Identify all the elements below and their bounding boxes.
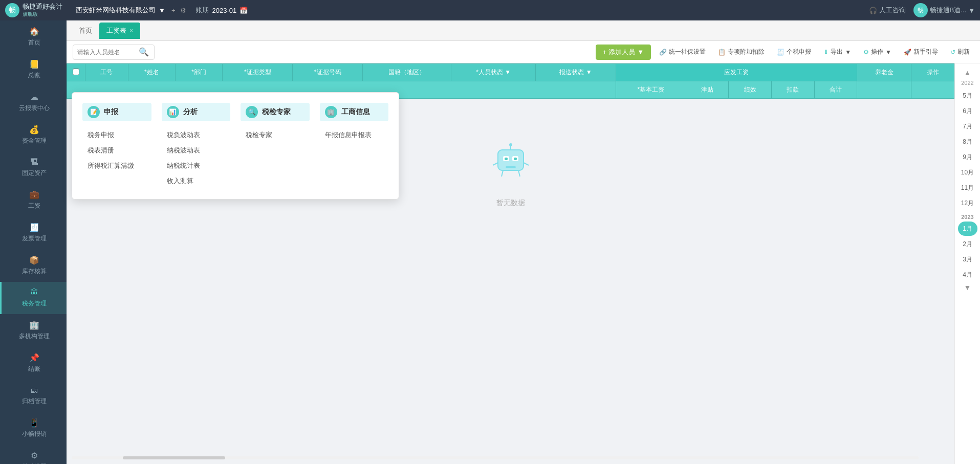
th-checkbox[interactable]	[67, 64, 85, 81]
sidebar-label-multi: 多机构管理	[19, 332, 50, 341]
sidebar-item-assets[interactable]: 🏗 固定资产	[0, 151, 67, 184]
horizontal-scrollbar[interactable]	[67, 456, 924, 460]
calendar-panel: ▲ 2022 5月 6月 7月 8月 9月 10月 11月 12月 2023 1…	[954, 63, 980, 464]
sidebar-icon-settle: 📌	[29, 353, 39, 363]
select-all-checkbox[interactable]	[73, 69, 79, 75]
guide-button[interactable]: 🚀 新手引导	[900, 46, 942, 58]
svg-point-7	[509, 143, 512, 146]
sidebar-label-home: 首页	[28, 38, 40, 47]
expert-items: 税检专家	[241, 127, 310, 143]
company-name: 西安虾米网络科技有限公司	[76, 6, 156, 15]
sidebar-item-tax[interactable]: 🏛 税务管理	[0, 282, 67, 314]
company-selector[interactable]: 西安虾米网络科技有限公司 ▼ + ⚙	[72, 4, 190, 17]
cal-month-2023-3[interactable]: 3月	[958, 252, 977, 267]
period-selector[interactable]: 账期 2023-01 📅	[195, 6, 248, 15]
export-icon: ⬇	[823, 49, 829, 56]
section-expert: 🔍 税检专家 税检专家	[241, 103, 310, 189]
logo-icon: 畅	[5, 3, 19, 17]
sidebar-icon-inventory: 📦	[29, 255, 39, 265]
main-layout: 🏠 首页 📒 总账 ☁ 云报表中心 💰 资金管理 🏗 固定资产 💼 工资 🧾 发…	[0, 20, 980, 464]
cal-month-2022-8[interactable]: 8月	[958, 135, 977, 149]
sidebar-label-archive: 归档管理	[22, 397, 47, 406]
sidebar-item-ledger[interactable]: 📒 总账	[0, 53, 67, 86]
section-report-header: 📝 申报	[82, 103, 151, 121]
ops-dropdown-icon: ▼	[885, 49, 891, 56]
sidebar-item-inventory[interactable]: 📦 库存核算	[0, 249, 67, 282]
tab-close-icon[interactable]: ×	[129, 27, 133, 34]
top-bar-right: 🎧 人工咨询 畅 畅捷通B迪... ▼	[869, 3, 975, 17]
sidebar-item-settle[interactable]: 📌 结账	[0, 347, 67, 380]
sidebar-item-funds[interactable]: 💰 资金管理	[0, 119, 67, 151]
item-annual-report[interactable]: 年报信息申报表	[325, 129, 384, 141]
sidebar-item-invoice[interactable]: 🧾 发票管理	[0, 216, 67, 249]
prev-year-label: 2022	[961, 80, 973, 86]
item-income-calc[interactable]: 收入测算	[167, 175, 226, 187]
cal-month-2022-6[interactable]: 6月	[958, 104, 977, 118]
sidebar-item-salary[interactable]: 💼 工资	[0, 184, 67, 216]
item-tax-expert[interactable]: 税检专家	[246, 129, 304, 141]
sidebar-item-settings[interactable]: ⚙ 基础设置	[0, 445, 67, 464]
add-company-icon[interactable]: +	[171, 7, 176, 14]
business-icon: 🏢	[325, 106, 337, 118]
home-tab-label: 首页	[79, 26, 92, 35]
sidebar-label-tax: 税务管理	[22, 299, 47, 308]
sidebar: 🏠 首页 📒 总账 ☁ 云报表中心 💰 资金管理 🏗 固定资产 💼 工资 🧾 发…	[0, 20, 67, 464]
cal-nav-down[interactable]: ▼	[960, 282, 975, 293]
sidebar-item-home[interactable]: 🏠 首页	[0, 20, 67, 53]
cal-nav-up[interactable]: ▲	[960, 68, 975, 78]
cal-month-2023-1[interactable]: 1月	[958, 222, 977, 236]
add-person-button[interactable]: + 添加人员 ▼	[596, 45, 651, 60]
sidebar-item-cloud[interactable]: ☁ 云报表中心	[0, 86, 67, 119]
th-id-type: *证据类型	[223, 64, 293, 81]
sidebar-item-xiaochang[interactable]: 📱 小畅报销	[0, 412, 67, 445]
cal-month-2023-4[interactable]: 4月	[958, 268, 977, 282]
export-label: 导出	[831, 48, 843, 56]
empty-robot-icon	[490, 140, 531, 190]
cal-month-2022-11[interactable]: 11月	[958, 181, 977, 195]
sidebar-label-inventory: 库存核算	[22, 267, 47, 276]
svg-line-11	[518, 170, 520, 176]
social-icon: 🔗	[659, 49, 667, 56]
sidebar-item-multi[interactable]: 🏢 多机构管理	[0, 314, 67, 347]
ops-label: 操作	[871, 48, 883, 56]
support-button[interactable]: 🎧 人工咨询	[869, 6, 906, 15]
cal-month-2022-10[interactable]: 10月	[958, 165, 977, 180]
sidebar-icon-settings: ⚙	[31, 451, 38, 460]
social-label: 统一社保设置	[669, 48, 706, 56]
item-tax-stats[interactable]: 纳税统计表	[167, 160, 226, 171]
sidebar-label-xiaochang: 小畅报销	[22, 430, 47, 438]
tax-icon: 🧾	[777, 49, 785, 56]
content-area: 首页 工资表 × 🔍 + 添加人员 ▼ 🔗 统一社保设置	[67, 20, 980, 464]
social-insurance-button[interactable]: 🔗 统一社保设置	[655, 46, 710, 58]
company-settings-icon[interactable]: ⚙	[180, 7, 186, 14]
tab-salary[interactable]: 工资表 ×	[99, 23, 140, 39]
cal-month-2022-7[interactable]: 7月	[958, 119, 977, 134]
cal-month-2022-9[interactable]: 9月	[958, 150, 977, 164]
dropdown-menu: 📝 申报 税务申报 税表清册 所得税汇算清缴 📊 分析 税负波动表 纳税波动表 …	[72, 92, 399, 200]
tax-report-button[interactable]: 🧾 个税申报	[773, 46, 815, 58]
app-name: 畅捷通好会计	[23, 3, 62, 11]
search-box[interactable]: 🔍	[73, 45, 155, 60]
refresh-button[interactable]: ↺ 刷新	[946, 46, 974, 58]
item-tax-burden[interactable]: 税负波动表	[167, 129, 226, 141]
item-tax-wave[interactable]: 纳税波动表	[167, 145, 226, 156]
cal-month-2023-2[interactable]: 2月	[958, 237, 977, 251]
sidebar-item-archive[interactable]: 🗂 归档管理	[0, 380, 67, 412]
tab-home[interactable]: 首页	[72, 23, 99, 39]
calendar-icon[interactable]: 📅	[239, 7, 248, 14]
th-ops-2	[911, 81, 954, 99]
item-tax-declare[interactable]: 税务申报	[88, 129, 146, 141]
cal-month-2022-5[interactable]: 5月	[958, 89, 977, 103]
special-deduction-button[interactable]: 📋 专项附加扣除	[714, 46, 769, 58]
add-dropdown-icon: ▼	[637, 48, 644, 56]
cal-month-2022-12[interactable]: 12月	[958, 196, 977, 210]
item-tax-form[interactable]: 税表清册	[88, 145, 146, 156]
operations-button[interactable]: ⚙ 操作 ▼	[859, 46, 896, 58]
section-business-title: 工商信息	[341, 107, 370, 117]
search-input[interactable]	[77, 49, 139, 56]
export-button[interactable]: ⬇ 导出 ▼	[819, 46, 855, 58]
item-tax-settle[interactable]: 所得税汇算清缴	[88, 160, 146, 171]
refresh-icon: ↺	[950, 49, 955, 56]
scrollbar-thumb[interactable]	[123, 456, 225, 459]
user-profile[interactable]: 畅 畅捷通B迪... ▼	[913, 3, 975, 17]
